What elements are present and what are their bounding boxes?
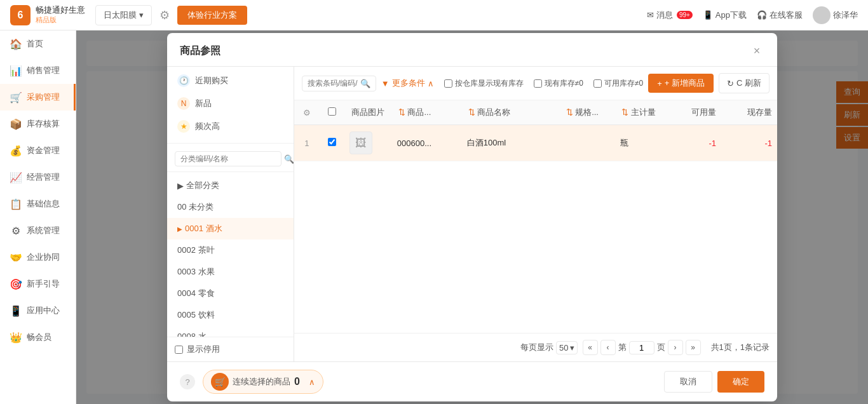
modal-close-btn[interactable]: × bbox=[749, 43, 764, 58]
member-icon: 👑 bbox=[10, 332, 22, 343]
home-icon: 🏠 bbox=[10, 38, 22, 50]
cat-search-wrap: 🔍 bbox=[167, 146, 294, 172]
display-disabled-checkbox[interactable] bbox=[175, 346, 183, 354]
refresh-label: C 刷新 bbox=[736, 77, 761, 89]
sidebar-item-home[interactable]: 🏠 首页 bbox=[0, 30, 76, 57]
filter-btn[interactable]: ▼ 更多条件 ∧ bbox=[381, 77, 434, 89]
refresh-btn[interactable]: ↻ C 刷新 bbox=[719, 73, 770, 93]
avail-ne-checkbox[interactable] bbox=[593, 79, 602, 88]
sort-icon-name: ⇅ bbox=[468, 107, 475, 117]
display-disabled-wrap: 显示停用 bbox=[167, 337, 294, 361]
messages-btn[interactable]: ✉ 消息 99+ bbox=[647, 10, 693, 21]
stock-ne-checkbox-wrap: 现有库存≠0 bbox=[534, 78, 583, 89]
warehouse-label: 按仓库显示现有库存 bbox=[455, 78, 524, 89]
sidebar-item-member[interactable]: 👑 畅会员 bbox=[0, 324, 76, 351]
sidebar-item-sales[interactable]: 📊 销售管理 bbox=[0, 57, 76, 84]
cancel-btn[interactable]: 取消 bbox=[664, 371, 712, 393]
help-icon-btn[interactable]: ? bbox=[180, 374, 195, 389]
sidebar-item-enterprise[interactable]: 🤝 企业协同 bbox=[0, 244, 76, 271]
row-available: -1 bbox=[665, 125, 721, 161]
th-name[interactable]: ⇅ 商品名称 bbox=[462, 100, 560, 125]
settings-icon-btn[interactable]: ⚙ bbox=[157, 8, 172, 23]
search-bar: 🔍 ▼ 更多条件 ∧ 按仓库显示现有库存 bbox=[294, 67, 777, 100]
search-input-wrap: 🔍 bbox=[302, 76, 376, 91]
cart-collapse-icon[interactable]: ∧ bbox=[309, 377, 315, 387]
sidebar-item-apps[interactable]: 📱 应用中心 bbox=[0, 297, 76, 324]
operations-icon: 📈 bbox=[10, 172, 22, 183]
sidebar-item-basics[interactable]: 📋 基础信息 bbox=[0, 191, 76, 217]
page-number-input[interactable] bbox=[629, 341, 654, 354]
cat-item-00[interactable]: 00 未分类 bbox=[167, 196, 294, 218]
headset-icon: 🎧 bbox=[757, 10, 767, 20]
cart-selection-wrap[interactable]: 🛒 连续选择的商品 0 ∧ bbox=[203, 370, 323, 394]
table-row[interactable]: 1 🖼 bbox=[294, 125, 777, 161]
row-checkbox[interactable] bbox=[328, 138, 336, 146]
page-label: 页 bbox=[657, 342, 665, 353]
modal-overlay: 商品参照 × 🕐 近期购买 bbox=[76, 30, 868, 404]
select-all-checkbox[interactable] bbox=[328, 107, 336, 116]
sidebar-label-member: 畅会员 bbox=[27, 332, 51, 343]
sidebar-item-system[interactable]: ⚙ 系统管理 bbox=[0, 217, 76, 244]
apps-icon: 📱 bbox=[10, 305, 22, 316]
add-icon: + bbox=[657, 79, 662, 88]
prev-page-btn[interactable]: ‹ bbox=[600, 340, 616, 355]
warehouse-checkbox-wrap: 按仓库显示现有库存 bbox=[444, 78, 524, 89]
user-profile-btn[interactable]: 徐泽华 bbox=[813, 6, 858, 24]
store-name: 日太阳膜 bbox=[104, 10, 137, 21]
sidebar-item-purchase[interactable]: 🛒 采购管理 bbox=[0, 84, 76, 111]
th-unit[interactable]: ⇅ 主计量 bbox=[615, 100, 665, 125]
add-product-btn[interactable]: + + 新增商品 bbox=[648, 74, 714, 93]
search-input[interactable] bbox=[308, 79, 358, 88]
row-unit: 瓶 bbox=[615, 125, 665, 161]
logo-icon: 6 bbox=[10, 5, 31, 25]
cat-item-0003[interactable]: 0003 水果 bbox=[167, 261, 294, 283]
logo-text-wrap: 畅捷通好生意 精品版 bbox=[36, 5, 85, 25]
quick-label-recent: 近期购买 bbox=[195, 75, 228, 86]
cart-icon: 🛒 bbox=[211, 373, 229, 391]
next-page-btn[interactable]: › bbox=[668, 340, 683, 355]
last-page-btn[interactable]: » bbox=[686, 340, 701, 355]
experience-btn[interactable]: 体验行业方案 bbox=[177, 6, 247, 25]
online-service-btn[interactable]: 🎧 在线客服 bbox=[757, 10, 803, 21]
sidebar-item-operations[interactable]: 📈 经营管理 bbox=[0, 164, 76, 191]
th-spec[interactable]: ⇅ 规格... bbox=[560, 100, 616, 125]
cat-item-0002[interactable]: 0002 茶叶 bbox=[167, 239, 294, 261]
quick-item-freq[interactable]: ★ 频次高 bbox=[167, 115, 294, 138]
search-icon[interactable]: 🔍 bbox=[360, 79, 370, 88]
quick-item-new[interactable]: N 新品 bbox=[167, 92, 294, 115]
row-checkbox-cell bbox=[320, 125, 345, 161]
sidebar-item-finance[interactable]: 💰 资金管理 bbox=[0, 137, 76, 164]
quick-item-recent[interactable]: 🕐 近期购买 bbox=[167, 69, 294, 92]
cat-search-icon[interactable]: 🔍 bbox=[284, 154, 294, 164]
store-selector[interactable]: 日太阳膜 ▾ bbox=[95, 5, 152, 25]
row-code: 000600... bbox=[392, 125, 462, 161]
warehouse-checkbox[interactable] bbox=[444, 79, 452, 88]
filter-collapse-icon: ∧ bbox=[428, 79, 434, 88]
logo-sub: 精品版 bbox=[36, 15, 85, 25]
page-size-select[interactable]: 50 ▾ bbox=[556, 341, 577, 354]
page-size-arrow: ▾ bbox=[570, 343, 574, 353]
cat-search-input[interactable] bbox=[175, 151, 281, 166]
sidebar-item-inventory[interactable]: 📦 库存核算 bbox=[0, 111, 76, 137]
stock-ne-checkbox[interactable] bbox=[534, 79, 542, 88]
add-label: + 新增商品 bbox=[665, 77, 705, 89]
quick-items-list: 🕐 近期购买 N 新品 ★ 频次高 bbox=[167, 67, 294, 140]
page-nav: « ‹ 第 页 bbox=[583, 340, 701, 355]
sidebar-item-guide[interactable]: 🎯 新手引导 bbox=[0, 271, 76, 297]
app-download-btn[interactable]: 📱 App下载 bbox=[703, 10, 747, 21]
freq-icon: ★ bbox=[177, 120, 190, 133]
confirm-btn[interactable]: 确定 bbox=[717, 371, 764, 393]
cat-list: ▶ 全部分类 00 未分类 ▶ 0001 酒水 0002 茶 bbox=[167, 172, 294, 337]
th-code[interactable]: ⇅ 商品... bbox=[392, 100, 462, 125]
finance-icon: 💰 bbox=[10, 145, 22, 156]
cart-count: 0 bbox=[294, 376, 300, 387]
refresh-icon: ↻ bbox=[727, 79, 734, 88]
cat-item-0004[interactable]: 0004 零食 bbox=[167, 283, 294, 304]
sidebar-label-inventory: 库存核算 bbox=[27, 118, 60, 130]
cat-item-all[interactable]: ▶ 全部分类 bbox=[167, 175, 294, 196]
cat-item-0005[interactable]: 0005 饮料 bbox=[167, 304, 294, 326]
modal-right-panel: 🔍 ▼ 更多条件 ∧ 按仓库显示现有库存 bbox=[294, 67, 777, 361]
first-page-btn[interactable]: « bbox=[583, 340, 598, 355]
cat-item-0008[interactable]: 0008 水 bbox=[167, 326, 294, 337]
cat-item-0001[interactable]: ▶ 0001 酒水 bbox=[167, 218, 294, 239]
